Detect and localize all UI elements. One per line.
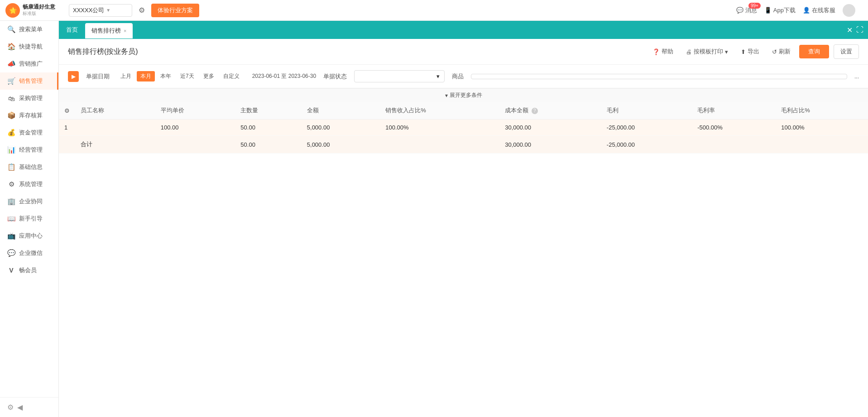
export-button[interactable]: ⬆ 导出 [737, 45, 763, 58]
sidebar-item-marketing[interactable]: 📣 营销推广 [0, 55, 58, 72]
th-gross-pct: 毛利占比% [776, 102, 868, 120]
date-tab-more[interactable]: 更多 [200, 71, 218, 81]
sidebar-item-basic[interactable]: 📋 基础信息 [0, 158, 58, 176]
content-area: 首页 销售排行榜 × ✕ ⛶ 销售排行榜(按业务员) [59, 21, 868, 417]
status-select[interactable]: ▾ [354, 70, 445, 82]
sidebar-item-appstore[interactable]: 📺 应用中心 [0, 227, 58, 244]
message-icon: 💬 [736, 7, 743, 14]
message-badge: 99+ [748, 3, 761, 9]
refresh-button[interactable]: ↺ 刷新 [768, 45, 795, 58]
refresh-label: 刷新 [779, 48, 791, 56]
app-download-button[interactable]: 📱 App下载 [764, 6, 796, 14]
table-container: ⚙ 员工名称 平均单价 主数量 全额 销售收入占比% 成本全额 ? 毛利 毛利率 [59, 102, 868, 417]
tab-bar: 首页 销售排行榜 × ✕ ⛶ [59, 21, 868, 39]
th-total: 全额 [302, 102, 380, 120]
sidebar-item-enterprise[interactable]: 🏢 企业协同 [0, 193, 58, 210]
operations-icon: 📊 [7, 146, 15, 154]
search-icon: 🔍 [7, 25, 15, 34]
industry-button[interactable]: 体验行业方案 [151, 4, 199, 17]
filter-area: ▶ 单据日期 上月 本月 本年 近7天 更多 自定义 202 [59, 65, 868, 88]
sidebar-item-label: 企业微信 [19, 249, 43, 257]
footer-empty-1 [59, 136, 75, 153]
sidebar-item-wechat[interactable]: 💬 企业微信 [0, 244, 58, 262]
tab-home[interactable]: 首页 [59, 21, 85, 39]
cell-gross: -25,000.00 [601, 120, 692, 136]
sidebar-item-operations[interactable]: 📊 经营管理 [0, 141, 58, 158]
settings-icon[interactable]: ⚙ [137, 4, 147, 16]
date-tab-7days[interactable]: 近7天 [177, 71, 198, 81]
th-gross-rate: 毛利率 [692, 102, 776, 120]
sidebar-item-member[interactable]: V 畅会员 [0, 262, 58, 279]
goods-input[interactable] [471, 74, 847, 79]
online-service-button[interactable]: 👤 在线客服 [803, 6, 835, 14]
page-title: 销售排行榜(按业务员) [68, 47, 138, 57]
sidebar-item-guide[interactable]: 📖 新手引导 [0, 210, 58, 227]
date-tab-this-year[interactable]: 本年 [157, 71, 175, 81]
footer-revenue-pct [380, 136, 499, 153]
date-tab-custom[interactable]: 自定义 [220, 71, 243, 81]
tab-expand-icon[interactable]: ⛶ [856, 26, 863, 34]
tab-close-window-icon[interactable]: ✕ [847, 26, 853, 34]
avatar[interactable] [843, 4, 855, 17]
refresh-icon: ↺ [772, 48, 777, 55]
company-name: XXXXX公司 [73, 6, 104, 14]
message-button[interactable]: 💬 消息 99+ [736, 6, 757, 14]
date-tab-this-month[interactable]: 本月 [137, 71, 155, 81]
brand-name: 畅康通好生意 [23, 4, 55, 10]
help-icon: ❓ [652, 48, 660, 55]
settings-button[interactable]: 设置 [834, 44, 859, 59]
enterprise-icon: 🏢 [7, 197, 15, 206]
footer-gross-pct [776, 136, 868, 153]
chevron-down-icon: ▼ [106, 8, 110, 13]
help-button[interactable]: ❓ 帮助 [648, 45, 677, 58]
tab-sales-ranking[interactable]: 销售排行榜 × [85, 23, 133, 38]
th-employee-name: 员工名称 [75, 102, 155, 120]
sidebar-item-label: 快捷导航 [19, 43, 43, 51]
settings-bottom-icon[interactable]: ⚙ [7, 403, 14, 412]
table-header-row: ⚙ 员工名称 平均单价 主数量 全额 销售收入占比% 成本全额 ? 毛利 毛利率 [59, 102, 868, 120]
cost-info-icon[interactable]: ? [532, 108, 538, 114]
page-header-actions: ❓ 帮助 🖨 按模板打印 ▾ ⬆ 导出 [648, 44, 859, 59]
sidebar-item-purchase[interactable]: 🛍 采购管理 [0, 90, 58, 107]
date-range-display: 2023-06-01 至 2023-06-30 [252, 72, 316, 80]
expand-label: 展开更多条件 [450, 91, 482, 99]
top-right-area: 💬 消息 99+ 📱 App下载 👤 在线客服 [736, 4, 863, 17]
basic-icon: 📋 [7, 163, 15, 171]
brand-logo-area: 🌟 畅康通好生意 标准版 [5, 3, 64, 18]
sidebar-item-search[interactable]: 🔍 搜索菜单 [0, 21, 58, 38]
sidebar-item-label: 应用中心 [19, 232, 43, 240]
expand-more-bar[interactable]: ▾ 展开更多条件 [59, 88, 868, 102]
tab-close-icon[interactable]: × [124, 28, 126, 34]
query-button[interactable]: 查询 [799, 45, 829, 58]
sidebar-item-quick-nav[interactable]: 🏠 快捷导航 [0, 38, 58, 55]
filter-collapse-button[interactable]: ▶ [68, 71, 79, 82]
app-label: App下载 [773, 6, 796, 14]
sales-icon: 🛒 [7, 77, 15, 85]
export-label: 导出 [748, 48, 759, 56]
more-filter-link[interactable]: ... [854, 73, 859, 80]
sidebar-item-label: 搜索菜单 [19, 25, 43, 34]
cell-revenue-pct: 100.00% [380, 120, 499, 136]
sidebar-item-finance[interactable]: 💰 资金管理 [0, 124, 58, 141]
tab-bar-right: ✕ ⛶ [847, 26, 868, 34]
sidebar-item-label: 采购管理 [19, 94, 43, 102]
date-tab-last-month[interactable]: 上月 [117, 71, 135, 81]
footer-main-qty: 50.00 [235, 136, 301, 153]
print-label: 按模板打印 [694, 48, 723, 56]
company-selector[interactable]: XXXXX公司 ▼ [69, 4, 132, 17]
goods-filter-label: 商品 [452, 72, 464, 81]
print-button[interactable]: 🖨 按模板打印 ▾ [682, 45, 732, 58]
footer-total: 5,000.00 [302, 136, 380, 153]
sidebar-item-label: 经营管理 [19, 146, 43, 154]
sidebar-item-inventory[interactable]: 📦 库存核算 [0, 107, 58, 124]
collapse-icon[interactable]: ◀ [17, 403, 23, 412]
sidebar-item-sales[interactable]: 🛒 销售管理 [0, 72, 58, 90]
print-icon: 🖨 [686, 48, 692, 55]
sidebar-item-label: 销售管理 [19, 77, 43, 85]
th-cost: 成本全额 ? [499, 102, 601, 120]
th-settings[interactable]: ⚙ [59, 102, 75, 120]
sidebar-item-system[interactable]: ⚙ 系统管理 [0, 176, 58, 193]
data-table: ⚙ 员工名称 平均单价 主数量 全额 销售收入占比% 成本全额 ? 毛利 毛利率 [59, 102, 868, 153]
brand-text: 畅康通好生意 标准版 [23, 4, 55, 16]
status-filter-label: 单据状态 [323, 72, 347, 81]
